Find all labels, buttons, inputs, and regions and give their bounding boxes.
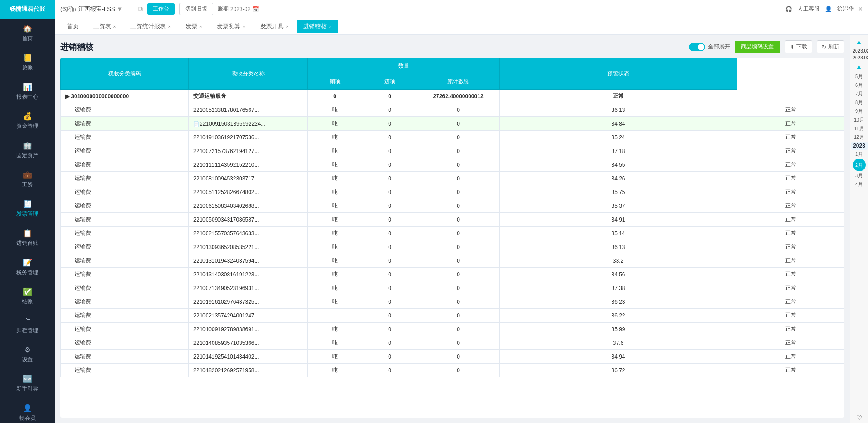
sidebar-item-purchase[interactable]: 📋 进销台账 — [0, 223, 55, 253]
row-name: 运输费 — [61, 323, 189, 336]
scroll-up-button[interactable]: ▲ — [854, 37, 864, 48]
user-name[interactable]: 徐湿华 — [837, 5, 854, 13]
month-8[interactable]: 8月 — [851, 98, 868, 107]
toggle-expand[interactable]: 全部展开 — [689, 43, 730, 51]
right-panel: ▲ 2023.02 2023.02 ▲ 5月 6月 7月 8月 9月 10月 1… — [850, 35, 868, 423]
row-status: 正常 — [737, 185, 844, 199]
row-sales: 0 — [362, 172, 417, 185]
toggle-switch[interactable] — [689, 43, 705, 51]
scroll-up2-button[interactable]: ▲ — [854, 61, 864, 72]
sidebar-item-tax[interactable]: 📝 税务管理 — [0, 253, 55, 282]
row-name: 运输费 — [61, 309, 189, 323]
tab-invoice-open-close[interactable]: × — [286, 24, 288, 29]
tab-salary-report[interactable]: 工资统计报表 × — [124, 20, 177, 33]
tab-salary-close[interactable]: × — [113, 24, 116, 29]
table-row: 运输费 22101309365208535221... 吨 0 0 36.13 … — [61, 240, 844, 254]
sidebar-item-report[interactable]: 📊 报表中心 — [0, 77, 55, 106]
download-button[interactable]: ⬇ 下载 — [785, 40, 812, 53]
tab-salary[interactable]: 工资表 × — [87, 20, 122, 33]
month-2[interactable]: 2月 — [853, 159, 866, 171]
row-sales: 0 — [362, 323, 417, 336]
month-6[interactable]: 6月 — [851, 81, 868, 90]
month-4[interactable]: 4月 — [851, 180, 868, 189]
sidebar-item-invoice[interactable]: 🧾 发票管理 — [0, 194, 55, 223]
row-status: 正常 — [737, 364, 844, 377]
row-sales: 0 — [362, 158, 417, 172]
topbar-right: 🎧 人工客服 👤 徐湿华 — [785, 5, 854, 13]
switch-version-button[interactable]: 切到旧版 — [179, 3, 213, 15]
sidebar-item-guide[interactable]: 🆕 新手引导 — [0, 369, 55, 398]
year-2023-02-top2: 2023.02 — [851, 54, 868, 61]
row-purchase: 0 — [417, 172, 500, 185]
parent-cumulative: 27262.40000000012 — [417, 90, 500, 103]
refresh-button[interactable]: ↻ 刷新 — [817, 40, 844, 53]
month-9[interactable]: 9月 — [851, 107, 868, 116]
sidebar-item-settings[interactable]: ⚙ 设置 — [0, 340, 55, 369]
row-purchase: 0 — [417, 268, 500, 281]
refresh-icon: ↻ — [822, 44, 826, 50]
row-cumulative: 34.55 — [500, 158, 737, 172]
content-area: 进销稽核 全部展开 商品编码设置 ⬇ 下载 ↻ 刷新 — [55, 35, 868, 423]
row-unit: 吨 — [308, 199, 362, 213]
sidebar-item-assets[interactable]: 🏢 固定资产 — [0, 136, 55, 165]
row-name: 运输费 — [61, 227, 189, 240]
tab-invoice-open[interactable]: 发票开具 × — [254, 20, 295, 33]
row-cumulative: 36.23 — [500, 295, 737, 309]
copy-icon[interactable]: ⧉ — [138, 5, 143, 13]
table-parent-row: ▶ 3010000000000000000 交通运输服务 0 0 27262.4… — [61, 90, 844, 103]
row-sales: 0 — [362, 117, 417, 131]
row-unit: 吨 — [308, 364, 362, 377]
month-7[interactable]: 7月 — [851, 90, 868, 98]
sidebar-item-settle[interactable]: ✅ 结账 — [0, 282, 55, 311]
sidebar-item-ledger[interactable]: 📒 总账 — [0, 48, 55, 77]
row-code: 22101009192789838691... — [189, 323, 308, 336]
row-sales: 0 — [362, 199, 417, 213]
sidebar-item-archive[interactable]: 🗂 归档管理 — [0, 311, 55, 340]
month-3[interactable]: 3月 — [851, 171, 868, 180]
month-5[interactable]: 5月 — [851, 72, 868, 81]
company-dropdown-icon[interactable]: ▼ — [117, 5, 123, 12]
home-icon: 🏠 — [23, 24, 32, 33]
company-selector[interactable]: (勾确) 江西报宝-LSS ▼ — [60, 5, 133, 13]
tab-invoice-close[interactable]: × — [199, 24, 202, 29]
calendar-icon[interactable]: 📅 — [252, 6, 259, 12]
data-table: 税收分类编码 税收分类名称 数量 预警状态 销项 进项 累计数额 — [60, 58, 844, 377]
product-settings-button[interactable]: 商品编码设置 — [735, 41, 780, 53]
row-sales: 0 — [362, 103, 417, 117]
row-purchase: 0 — [417, 323, 500, 336]
sidebar-item-home[interactable]: 🏠 首页 — [0, 19, 55, 48]
workspace-button[interactable]: 工作台 — [147, 3, 175, 15]
table-row: 运输费 22100215570357643633... 吨 0 0 35.14 … — [61, 227, 844, 240]
customer-service-label[interactable]: 人工客服 — [798, 5, 820, 13]
month-11[interactable]: 11月 — [851, 124, 868, 133]
assets-icon: 🏢 — [23, 141, 32, 150]
row-unit: 吨 — [308, 117, 362, 131]
row-status: 正常 — [737, 268, 844, 281]
tab-invoice[interactable]: 发票 × — [179, 20, 208, 33]
tab-audit[interactable]: 进销稽核 × — [297, 20, 338, 33]
tab-home-label: 首页 — [67, 22, 79, 31]
row-code: 22100509034317086587... — [189, 213, 308, 227]
month-12[interactable]: 12月 — [851, 133, 868, 142]
sidebar-item-funds[interactable]: 💰 资金管理 — [0, 106, 55, 136]
row-code: 22101419254101434402... — [189, 350, 308, 364]
row-cumulative: 34.84 — [500, 117, 737, 131]
sidebar-item-member[interactable]: 👤 畅会员 — [0, 398, 55, 423]
invoice-icon: 🧾 — [23, 200, 32, 208]
sidebar-item-salary[interactable]: 💼 工资 — [0, 165, 55, 194]
month-10[interactable]: 10月 — [851, 116, 868, 124]
tab-home[interactable]: 首页 — [60, 20, 85, 33]
table-row: 运输费 22100615083403402688... 吨 0 0 35.37 … — [61, 199, 844, 213]
tab-audit-close[interactable]: × — [329, 24, 331, 29]
row-unit: 吨 — [308, 144, 362, 158]
col-quantity-group: 数量 — [308, 58, 500, 74]
tab-salary-report-close[interactable]: × — [168, 24, 170, 29]
tab-invoice-calc[interactable]: 发票测算 × — [210, 20, 251, 33]
row-name: 运输费 — [61, 240, 189, 254]
window-close-button[interactable]: × — [858, 5, 863, 13]
row-cumulative: 37.18 — [500, 144, 737, 158]
row-code: 22101314030816191223... — [189, 268, 308, 281]
tab-invoice-open-label: 发票开具 — [260, 22, 284, 31]
tab-invoice-calc-close[interactable]: × — [242, 24, 245, 29]
month-1[interactable]: 1月 — [851, 150, 868, 159]
